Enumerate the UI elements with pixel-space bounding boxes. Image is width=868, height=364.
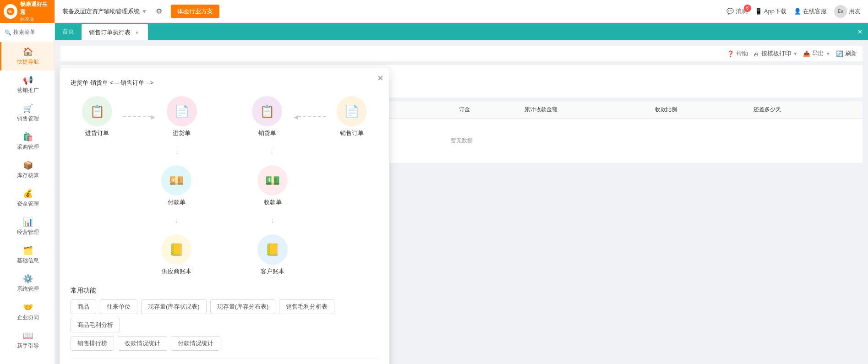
user-action[interactable]: Ea 用友	[834, 5, 861, 18]
common-functions-title: 常用功能	[71, 287, 378, 295]
arrow-down-icon-2: ↓	[270, 147, 274, 156]
sidebar-item-sales[interactable]: 🛒 销售管理	[0, 99, 55, 127]
message-action[interactable]: 💬 消息 6	[726, 7, 748, 16]
func-btn-goods-margin[interactable]: 商品毛利分析	[71, 318, 120, 332]
tab-sales-order[interactable]: 销售订单执行表 ×	[82, 24, 148, 41]
settings-button[interactable]: ⚙	[153, 5, 165, 18]
app-download-action[interactable]: 📱 App下载	[755, 7, 786, 16]
sidebar-item-purchase[interactable]: 🛍️ 采购管理	[0, 127, 55, 156]
online-service-label: 在线客服	[803, 7, 827, 16]
arrow-down-sales: ↓	[243, 147, 301, 156]
func-btn-partners[interactable]: 往来单位	[100, 299, 137, 314]
flow-row-1: 📋 进货订单 ▶ 📄	[71, 96, 378, 137]
tab-close-button[interactable]: ×	[133, 29, 141, 36]
user-avatar: Ea	[834, 5, 847, 18]
sidebar-item-system[interactable]: ⚙️ 系统管理	[0, 269, 55, 298]
flow-row-arrows-2: ↓ ↓	[71, 216, 378, 225]
logo-text: 畅康通好生意	[20, 0, 51, 16]
system-title-dropdown[interactable]: 装备及固定资产辅助管理系统 ▼	[62, 7, 147, 16]
search-icon: 🔍	[5, 29, 11, 36]
user-name: 用友	[849, 7, 861, 16]
tab-home[interactable]: 首页	[55, 23, 82, 40]
sidebar-item-guide[interactable]: 📖 新手引导	[0, 326, 55, 354]
purchase-order-label: 进货订单	[85, 129, 109, 137]
sidebar: 畅 畅康通好生意 标准版 🔍 搜索菜单 🏠 快捷导航 📢 营销推广 �	[0, 0, 55, 364]
dashed-line-1	[123, 116, 151, 117]
func-btn-stock-status[interactable]: 现存量(库存状况表)	[141, 299, 207, 314]
flow-item-purchase-bill: 📄 进货单	[155, 96, 208, 137]
tab-home-label: 首页	[62, 27, 74, 36]
payment-circle[interactable]: 💴	[161, 165, 191, 196]
receipt-label: 收款单	[264, 198, 282, 206]
flow-item-sales-order: 📄 销售订单	[326, 96, 378, 137]
flow-item-purchase-order: 📋 进货订单	[71, 96, 123, 137]
enterprise-icon: 🤝	[23, 302, 33, 312]
sidebar-item-label: 采购管理	[17, 143, 39, 151]
flow-item-payment: 💴 付款单	[147, 165, 206, 206]
sidebar-item-enterprise[interactable]: 🤝 企业协同	[0, 298, 55, 326]
sidebar-item-label: 新手引导	[17, 342, 39, 350]
sales-bill-circle[interactable]: 📋	[252, 96, 282, 126]
common-functions: 常用功能 商品 往来单位 现存量(库存状况表) 现存量(库存分布表) 销售毛利分…	[71, 287, 378, 351]
arrow-down-icon-4: ↓	[271, 216, 275, 225]
flow-diagram: 进货单 销货单 <--- 销售订单 --> 📋 进货订单 ▶	[71, 79, 378, 276]
purchase-icon: 🛍️	[23, 132, 33, 142]
sidebar-item-label: 营销推广	[17, 87, 39, 94]
flow-row-arrows: ↓ ↓	[71, 147, 378, 156]
arrow-right-icon-1: ▶	[151, 114, 155, 120]
flow-item-receipt: 💵 收款单	[243, 165, 302, 206]
sales-order-circle[interactable]: 📄	[337, 96, 367, 126]
func-buttons-row-2: 销售排行榜 收款情况统计 付款情况统计	[71, 336, 378, 351]
func-btn-sales-rank[interactable]: 销售排行榜	[71, 336, 114, 351]
sidebar-item-label: 资金管理	[17, 200, 39, 208]
scroll-right-icon[interactable]: ▶	[373, 362, 378, 364]
flow-row-2: 💴 付款单 💵 收款单	[71, 165, 378, 206]
tab-sales-order-label: 销售订单执行表	[89, 28, 131, 37]
sidebar-nav: 🏠 快捷导航 📢 营销推广 🛒 销售管理 🛍️ 采购管理 📦 库存核算 💰	[0, 42, 55, 364]
sidebar-item-label: 系统管理	[17, 285, 39, 293]
func-btn-stock-dist[interactable]: 现存量(库存分布表)	[210, 299, 276, 314]
modal-scrollbar: ◀ ▶	[71, 358, 378, 364]
sidebar-item-marketing[interactable]: 📢 营销推广	[0, 71, 55, 99]
online-service-action[interactable]: 👤 在线客服	[794, 7, 827, 16]
sidebar-item-label: 销售管理	[17, 115, 39, 123]
sales-order-icon: 📄	[344, 104, 359, 119]
topbar: 装备及固定资产辅助管理系统 ▼ ⚙ 体验行业方案 💬 消息 6 📱 App下载 …	[55, 0, 868, 23]
supplier-account-circle[interactable]: 📒	[161, 234, 191, 265]
basic-info-icon: 🗂️	[23, 245, 33, 255]
customer-account-icon: 📒	[265, 243, 280, 257]
flow-item-customer-account: 📒 客户账本	[243, 234, 302, 276]
content-area: ❓ 帮助 🖨 按模板打印 ▼ 📤 导出 ▼ 🔄 刷新	[55, 40, 868, 364]
func-btn-goods[interactable]: 商品	[71, 299, 96, 314]
search-menu-button[interactable]: 🔍 搜索菜单	[3, 27, 52, 38]
purchase-bill-circle[interactable]: 📄	[167, 96, 197, 126]
arrow-left-icon: ◀	[294, 114, 298, 120]
purchase-order-circle[interactable]: 📋	[82, 96, 112, 126]
experience-btn[interactable]: 体验行业方案	[171, 5, 219, 18]
func-btn-payment-stats[interactable]: 付款情况统计	[171, 336, 220, 351]
quick-nav-modal: ✕ 进货单 销货单 <--- 销售订单 --> 📋 进货订单	[60, 68, 389, 364]
sidebar-item-inventory[interactable]: 📦 库存核算	[0, 156, 55, 184]
avatar-text: Ea	[838, 9, 843, 14]
flow-row-3: 📒 供应商账本 📒 客户账本	[71, 234, 378, 276]
customer-account-circle[interactable]: 📒	[257, 234, 288, 265]
purchase-order-icon: 📋	[90, 104, 104, 119]
sidebar-item-operations[interactable]: 📊 经营管理	[0, 212, 55, 241]
tabbar: 首页 销售订单执行表 × ✕	[55, 23, 868, 40]
flow-item-supplier-account: 📒 供应商账本	[147, 234, 206, 276]
arrow-1: ▶	[123, 114, 155, 120]
func-btn-sales-margin[interactable]: 销售毛利分析表	[279, 299, 334, 314]
sidebar-item-basic-info[interactable]: 🗂️ 基础信息	[0, 241, 55, 269]
sidebar-search-area: 🔍 搜索菜单	[0, 23, 55, 42]
arrow-down-icon-1: ↓	[175, 147, 179, 156]
func-btn-receipt-stats[interactable]: 收款情况统计	[118, 336, 167, 351]
customer-account-label: 客户账本	[261, 267, 284, 276]
message-icon: 💬	[726, 8, 734, 15]
close-main-button[interactable]: ✕	[852, 28, 868, 35]
sidebar-item-finance[interactable]: 💰 资金管理	[0, 184, 55, 212]
scroll-left-icon[interactable]: ◀	[71, 362, 76, 364]
flow-item-sales-bill: 📋 销货单	[240, 96, 293, 137]
sidebar-item-quick-nav[interactable]: 🏠 快捷导航	[0, 42, 55, 71]
receipt-circle[interactable]: 💵	[257, 165, 288, 196]
modal-close-button[interactable]: ✕	[377, 73, 384, 83]
